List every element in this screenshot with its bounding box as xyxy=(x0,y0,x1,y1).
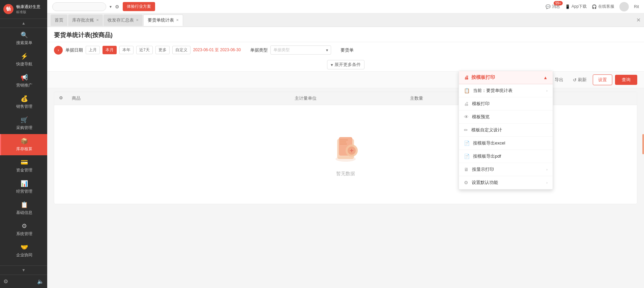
message-button[interactable]: 💬 消息 99+ xyxy=(546,4,560,9)
dropdown-print-icon: 🖨 xyxy=(464,75,469,80)
type-select[interactable]: 单据类型 ▾ xyxy=(270,45,331,55)
tab-batch[interactable]: 库存批次账✕ xyxy=(68,14,103,26)
filter-expand-circle[interactable]: › xyxy=(54,46,63,55)
tab-order-stats[interactable]: 要货单统计表✕ xyxy=(143,14,183,26)
dropdown-item-template-preview[interactable]: 👁 模板预览 xyxy=(459,110,553,124)
current-expand-arrow: › xyxy=(546,89,548,93)
app-download-button[interactable]: 📱 App下载 xyxy=(565,4,587,9)
sidebar-item-marketing[interactable]: 📢营销推广 xyxy=(0,70,47,92)
tab-label-receipt: 收发存汇总表 xyxy=(108,17,134,23)
svg-rect-8 xyxy=(340,141,346,142)
online-service-button[interactable]: 🎧 在线客服 xyxy=(592,4,614,9)
logo-icon: 畅 xyxy=(3,4,13,14)
sidebar-item-sales[interactable]: 💰销售管理 xyxy=(0,92,47,113)
sidebar-item-system[interactable]: ⚙系统管理 xyxy=(0,219,47,240)
dropdown-item-template-pdf[interactable]: 📄 按模板导出pdf xyxy=(459,150,553,163)
dropdown-title: 🖨 按模板打印 xyxy=(464,74,495,81)
sidebar-item-search[interactable]: 🔍搜索菜单 xyxy=(0,28,47,49)
topbar-dropdown-arrow[interactable]: ▾ xyxy=(110,4,112,9)
template-preview-label: 模板预览 xyxy=(472,114,490,120)
expand-label: 展开更多条件 xyxy=(334,62,361,68)
settings-button[interactable]: 设置 xyxy=(593,74,612,85)
refresh-icon: ↺ xyxy=(573,77,577,83)
tab-close-batch[interactable]: ✕ xyxy=(96,18,99,22)
col-settings[interactable]: ⚙ xyxy=(54,92,68,105)
tab-label-batch: 库存批次账 xyxy=(72,17,94,23)
tab-close-order-stats[interactable]: ✕ xyxy=(176,18,179,22)
date-curr-year[interactable]: 本年 xyxy=(119,46,134,54)
settings-bottom-icon[interactable]: ⚙ xyxy=(3,278,8,285)
app-download-icon: 📱 xyxy=(565,4,570,9)
svg-rect-7 xyxy=(340,139,348,140)
sidebar-scroll-up[interactable]: ▲ xyxy=(21,20,26,26)
query-button[interactable]: 查询 xyxy=(615,75,637,85)
sidebar-item-operation[interactable]: 📊经营管理 xyxy=(0,177,47,198)
dropdown-item-set-default[interactable]: ⚙ 设置默认功能 › xyxy=(459,176,553,189)
sidebar-item-finance[interactable]: 💳资金管理 xyxy=(0,155,47,177)
dropdown-close-arrow[interactable]: ▲ xyxy=(543,75,548,80)
date-range-display: 2023-06-01 至 2023-06-30 xyxy=(193,47,241,53)
sidebar-item-guide[interactable]: 🎓新手引导 xyxy=(0,261,47,265)
display-print-label: 按显示打印 xyxy=(472,166,494,172)
print-dropdown-menu: 🖨 按模板打印 ▲ 📋 当前：要货单统计表 › 🖨 模板打印 👁 xyxy=(459,71,553,190)
goods-tag-label: 要货单 xyxy=(341,47,354,53)
purchase-label: 采购管理 xyxy=(16,125,32,131)
date-prev-month[interactable]: 上月 xyxy=(86,46,100,54)
username-label[interactable]: Rit xyxy=(634,4,639,9)
user-avatar[interactable] xyxy=(619,2,629,11)
collab-icon: 🤝 xyxy=(21,244,28,251)
date-7days[interactable]: 近7天 xyxy=(136,46,153,54)
tab-panel-close-icon[interactable]: ✕ xyxy=(636,17,641,23)
sidebar-item-shortcut[interactable]: ⚡快捷导航 xyxy=(0,49,47,70)
set-default-arrow: › xyxy=(546,181,548,185)
purchase-icon: 🛒 xyxy=(21,116,28,124)
page-content: 要货单统计表(按商品) › 单据日期 上月 本月 本年 近7天 更多 自定义 2… xyxy=(47,27,644,288)
message-badge: 99+ xyxy=(554,1,563,5)
message-icon: 💬 xyxy=(546,4,551,9)
dropdown-current-item[interactable]: 📋 当前：要货单统计表 › xyxy=(459,84,553,97)
finance-label: 资金管理 xyxy=(16,167,32,173)
expand-more-conditions[interactable]: ▾ 展开更多条件 xyxy=(327,60,364,69)
page-title: 要货单统计表(按商品) xyxy=(54,32,113,38)
sidebar-item-inventory[interactable]: 📦库存核算 xyxy=(0,134,47,155)
sidebar-bottom: ⚙ 🔈 xyxy=(0,275,47,288)
audio-bottom-icon[interactable]: 🔈 xyxy=(37,278,44,285)
dropdown-item-template-design[interactable]: ✏ 模板自定义设计 xyxy=(459,124,553,137)
main-area: ▾ ⚙ 体验行业方案 💬 消息 99+ 📱 App下载 🎧 在线客服 Rit 首… xyxy=(47,0,644,288)
template-design-label: 模板自定义设计 xyxy=(471,127,502,133)
template-pdf-icon: 📄 xyxy=(464,154,470,159)
search-input[interactable] xyxy=(52,2,106,11)
filter-bar: › 单据日期 上月 本月 本年 近7天 更多 自定义 2023-06-01 至 … xyxy=(47,42,644,72)
marketing-label: 营销推广 xyxy=(16,83,32,88)
service-icon: 🎧 xyxy=(592,4,597,9)
date-more[interactable]: 更多 xyxy=(155,46,170,54)
right-scrollbar[interactable] xyxy=(642,134,644,154)
system-icon: ⚙ xyxy=(22,222,27,230)
sales-icon: 💰 xyxy=(21,95,28,102)
topbar-gear-icon[interactable]: ⚙ xyxy=(115,4,119,9)
sidebar-scroll: 🔍搜索菜单⚡快捷导航📢营销推广💰销售管理🛒采购管理📦库存核算💳资金管理📊经营管理… xyxy=(0,28,47,265)
trial-button[interactable]: 体验行业方案 xyxy=(123,2,155,11)
date-curr-month[interactable]: 本月 xyxy=(103,46,117,54)
page-header: 要货单统计表(按商品) xyxy=(47,27,644,42)
inventory-label: 库存核算 xyxy=(16,146,32,152)
dropdown-item-template-excel[interactable]: 📄 按模板导出excel xyxy=(459,137,553,150)
tabs-bar: 首页库存批次账✕收发存汇总表✕要货单统计表✕ ✕ ⤢ xyxy=(47,13,644,27)
app-tag: 标准版 xyxy=(16,10,40,14)
sidebar-item-basic[interactable]: 📋基础信息 xyxy=(0,198,47,219)
tab-close-receipt[interactable]: ✕ xyxy=(136,18,139,22)
dropdown-item-display-print[interactable]: 🖥 按显示打印 › xyxy=(459,163,553,176)
current-item-icon: 📋 xyxy=(464,88,470,93)
dropdown-item-template-print[interactable]: 🖨 模板打印 xyxy=(459,97,553,110)
template-design-icon: ✏ xyxy=(464,127,468,133)
sidebar-scroll-down[interactable]: ▼ xyxy=(21,267,26,273)
sidebar-item-purchase[interactable]: 🛒采购管理 xyxy=(0,113,47,134)
sidebar-item-collab[interactable]: 🤝企业协同 xyxy=(0,240,47,261)
sidebar: 畅 畅康通好生意 标准版 ▲ 🔍搜索菜单⚡快捷导航📢营销推广💰销售管理🛒采购管理… xyxy=(0,0,47,288)
operation-label: 经营管理 xyxy=(16,189,32,194)
refresh-button[interactable]: ↺ 刷新 xyxy=(569,75,590,85)
tab-home[interactable]: 首页 xyxy=(51,14,67,26)
date-custom[interactable]: 自定义 xyxy=(172,46,191,54)
tab-receipt[interactable]: 收发存汇总表✕ xyxy=(104,14,143,26)
empty-icon xyxy=(329,132,362,166)
